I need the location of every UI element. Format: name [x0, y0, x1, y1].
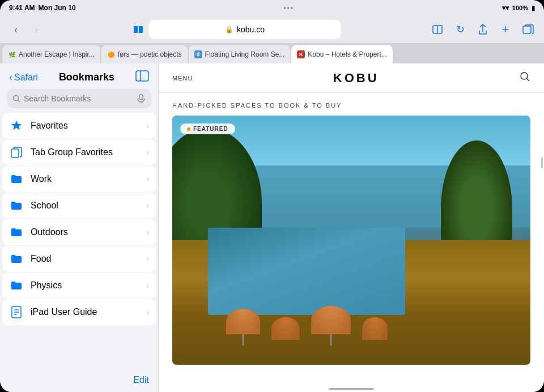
svg-line-8 — [18, 100, 20, 103]
svg-rect-11 — [11, 149, 19, 157]
ipad-user-guide-chevron-icon: › — [146, 308, 149, 317]
favorites-label: Favorites — [31, 121, 139, 131]
web-content: MENU KOBU HAND-PICKED SPACES TO BOOK & T… — [159, 63, 544, 392]
school-label: School — [31, 201, 139, 211]
website-navbar: MENU KOBU — [159, 63, 544, 93]
status-bar-right: ▾▾ 100% ▮ — [502, 4, 535, 12]
website-search-button[interactable] — [519, 71, 530, 85]
tab-group-favorites-chevron-icon: › — [146, 148, 149, 157]
browser-chrome: ‹ › 🔒 kobu.co — [0, 16, 544, 63]
hero-pool — [208, 228, 405, 315]
umbrella-4 — [362, 317, 388, 340]
ipad-user-guide-label: iPad User Guide — [31, 307, 139, 317]
search-input[interactable] — [24, 94, 133, 103]
website-logo: KOBU — [333, 71, 379, 86]
food-folder-icon — [9, 252, 24, 266]
web-scrollbar[interactable] — [329, 388, 374, 390]
toolbar-left: ‹ › — [7, 20, 45, 39]
food-chevron-icon: › — [146, 254, 149, 263]
safari-back-label: Safari — [14, 73, 38, 83]
physics-label: Physics — [31, 280, 139, 291]
food-label: Food — [31, 254, 139, 264]
svg-rect-0 — [134, 26, 138, 33]
bookmark-item-physics[interactable]: Physics › — [2, 272, 156, 299]
search-bar[interactable] — [7, 89, 151, 108]
bookmark-item-school[interactable]: School › — [2, 193, 156, 219]
work-folder-icon — [9, 172, 24, 186]
share-button[interactable] — [474, 20, 492, 39]
work-chevron-icon: › — [146, 174, 149, 184]
umbrella-2 — [271, 317, 300, 340]
status-date: Mon Jun 10 — [39, 4, 76, 12]
hero-umbrellas — [226, 309, 388, 340]
add-tab-button[interactable]: + — [496, 20, 515, 39]
hero-text: HAND-PICKED SPACES TO BOOK & TO BUY — [159, 93, 544, 116]
featured-dot — [187, 127, 190, 131]
ipad-frame: 9:41 AM Mon Jun 10 ••• ▾▾ 100% ▮ ‹ › — [0, 0, 544, 392]
outdoors-label: Outdoors — [31, 227, 139, 237]
website-body: HAND-PICKED SPACES TO BOOK & TO BUY — [159, 93, 544, 392]
back-chevron-icon: ‹ — [9, 71, 12, 83]
tab-0-favicon: 🌿 — [8, 50, 16, 58]
main-content: ‹ Safari Bookmarks — [0, 63, 544, 392]
school-chevron-icon: › — [146, 201, 149, 210]
work-label: Work — [31, 174, 139, 184]
website-menu-button[interactable]: MENU — [172, 75, 193, 82]
favorites-icon — [9, 118, 24, 133]
battery-icon: ▮ — [532, 5, 535, 12]
tab-3[interactable]: K Kobu – Hotels & Propert... — [291, 45, 392, 63]
physics-folder-icon — [9, 278, 24, 293]
tab-3-label: Kobu – Hotels & Propert... — [308, 50, 386, 58]
ipad-user-guide-icon — [9, 305, 24, 319]
bookmark-item-food[interactable]: Food › — [2, 246, 156, 272]
reader-mode-button[interactable] — [133, 20, 144, 39]
bookmark-list: Favorites › Tab Group Favorites › — [0, 113, 158, 368]
tab-2-label: Floating Living Room Se... — [205, 50, 285, 58]
tab-3-favicon: K — [297, 50, 305, 58]
bookmark-item-work[interactable]: Work › — [2, 166, 156, 192]
forward-button[interactable]: › — [27, 20, 45, 39]
tab-0-label: Another Escape | Inspir... — [19, 50, 95, 58]
airtab-button[interactable] — [428, 20, 447, 39]
umbrella-3 — [311, 306, 351, 334]
browser-toolbar: ‹ › 🔒 kobu.co — [0, 16, 544, 43]
outdoors-chevron-icon: › — [146, 228, 149, 237]
address-bar[interactable]: 🔒 kobu.co — [148, 20, 341, 39]
sidebar-panel-button[interactable] — [135, 70, 149, 84]
safari-back-button[interactable]: ‹ Safari — [9, 71, 38, 83]
svg-rect-5 — [136, 71, 148, 81]
sidebar: ‹ Safari Bookmarks — [0, 63, 159, 392]
tab-2-favicon: d — [194, 50, 202, 58]
umbrella-1 — [226, 309, 260, 334]
svg-line-16 — [526, 79, 529, 82]
tabs-overview-button[interactable] — [519, 20, 537, 39]
microphone-icon[interactable] — [137, 94, 146, 103]
reload-button[interactable]: ↻ — [451, 20, 469, 39]
toolbar-center: 🔒 kobu.co — [50, 20, 424, 39]
lock-icon: 🔒 — [225, 25, 233, 33]
battery-indicator: 100% — [512, 5, 528, 11]
sidebar-header: ‹ Safari Bookmarks — [0, 63, 158, 89]
address-url: kobu.co — [237, 25, 265, 34]
featured-label: FEATURED — [193, 126, 228, 132]
wifi-icon: ▾▾ — [502, 4, 509, 12]
back-button[interactable]: ‹ — [7, 20, 25, 39]
tab-0[interactable]: 🌿 Another Escape | Inspir... — [2, 45, 100, 63]
edit-button[interactable]: Edit — [133, 375, 149, 385]
bookmark-item-favorites[interactable]: Favorites › — [2, 113, 156, 139]
tab-1[interactable]: 🟠 førs — poetic objects — [101, 45, 188, 63]
search-icon — [12, 95, 20, 103]
tabs-bar: 🌿 Another Escape | Inspir... 🟠 førs — po… — [0, 43, 544, 63]
status-center-dots: ••• — [283, 4, 294, 12]
status-bar: 9:41 AM Mon Jun 10 ••• ▾▾ 100% ▮ — [0, 0, 544, 16]
svg-rect-1 — [139, 26, 143, 33]
bookmark-item-tab-group-favorites[interactable]: Tab Group Favorites › — [2, 139, 156, 165]
sidebar-title: Bookmarks — [44, 71, 130, 83]
tab-group-favorites-icon — [9, 145, 24, 160]
favorites-chevron-icon: › — [146, 121, 149, 130]
tab-2[interactable]: d Floating Living Room Se... — [189, 45, 291, 63]
status-bar-center: ••• — [283, 4, 294, 12]
bookmark-item-outdoors[interactable]: Outdoors › — [2, 219, 156, 245]
svg-point-7 — [14, 96, 19, 101]
bookmark-item-ipad-user-guide[interactable]: iPad User Guide › — [2, 299, 156, 325]
